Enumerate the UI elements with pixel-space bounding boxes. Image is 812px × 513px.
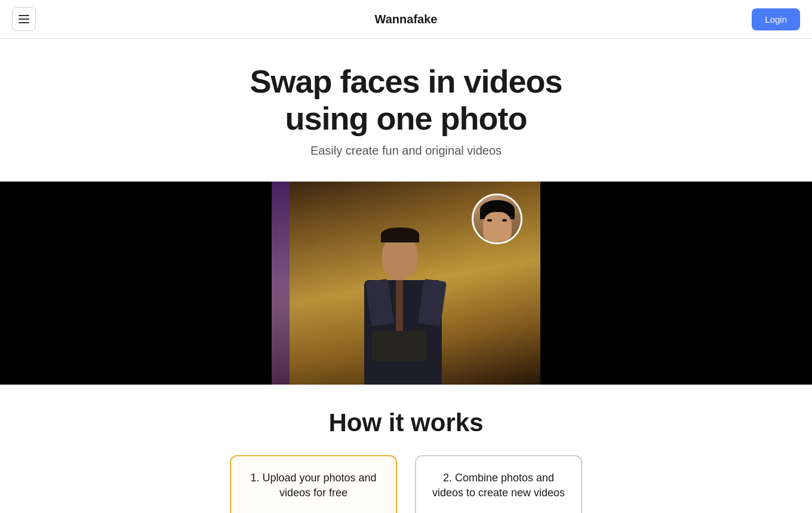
video-demo (0, 182, 812, 385)
how-it-works-section: How it works 1. Upload your photos and v… (0, 385, 812, 513)
how-it-works-title: How it works (12, 408, 800, 437)
hero-title: Swap faces in videos using one photo (12, 63, 800, 137)
hero-section: Swap faces in videos using one photo Eas… (0, 39, 812, 170)
profile-photo-overlay (472, 193, 522, 244)
menu-button[interactable] (12, 7, 36, 31)
step-1-card: 1. Upload your photos and videos for fre… (230, 455, 397, 513)
step-2-title: 2. Combine photos and videos to create n… (428, 471, 569, 500)
video-frame (272, 182, 540, 385)
site-name: Wannafake (375, 13, 438, 26)
login-button[interactable]: Login (752, 8, 800, 30)
step-1-title: 1. Upload your photos and videos for fre… (243, 471, 384, 500)
step-2-card: 2. Combine photos and videos to create n… (415, 455, 582, 513)
steps-container: 1. Upload your photos and videos for fre… (12, 455, 800, 513)
hero-subtitle: Easily create fun and original videos (12, 144, 800, 158)
header: Wannafake Login (0, 0, 812, 39)
